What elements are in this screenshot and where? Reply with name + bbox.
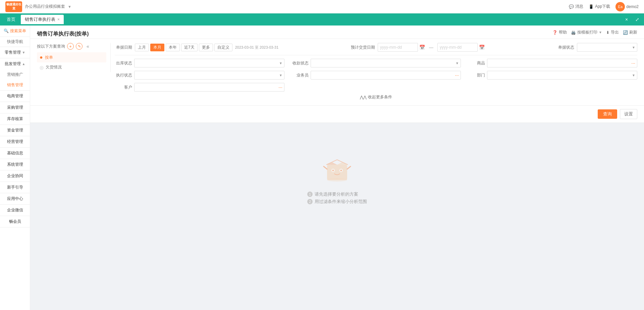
salesperson-more-icon[interactable]: ··· (455, 72, 459, 78)
header-title: 办公用品行业模拟账套 (25, 4, 65, 9)
filter-exec-status: 执行状态 ▼ (115, 71, 284, 80)
sidebar-section-wholesale-header[interactable]: 批发管理 ▲ (0, 58, 30, 69)
sidebar-item-operation[interactable]: 经营管理 (0, 136, 30, 147)
sidebar: 🔍 搜索菜单 快捷导航 零售管理 ▼ 批发管理 ▲ 营销推广 销售管理 (0, 25, 30, 310)
expected-date-end-group: 📅 (437, 43, 485, 52)
date-btn-last-month[interactable]: 上月 (135, 44, 149, 51)
date-label: 单据日期 (115, 45, 132, 50)
sidebar-item-enterprise[interactable]: 企业协同 (0, 170, 30, 182)
date-btn-last7[interactable]: 近7天 (181, 44, 198, 51)
filter-scheme-section: 按以下方案查询 + ✎ « ● 按单 ◎ 欠货情况 (37, 43, 111, 72)
setting-button[interactable]: 设置 (620, 109, 637, 119)
department-select[interactable] (487, 71, 637, 80)
sidebar-item-purchase[interactable]: 采购管理 (0, 102, 30, 113)
filter-goods: 商品 ··· (468, 59, 637, 67)
expected-date-end-input[interactable] (437, 43, 478, 52)
filter-payment-status: 收款状态 ▼ (291, 59, 461, 67)
date-btn-current-year[interactable]: 本年 (166, 44, 180, 51)
date-btn-more[interactable]: 更多 (199, 44, 213, 51)
sidebar-search[interactable]: 🔍 搜索菜单 (0, 25, 30, 37)
filter-delivery-status: 出库状态 ▼ (115, 59, 284, 67)
user-menu[interactable]: Ea demo2 (615, 2, 639, 11)
tab-bar-expand-button[interactable]: ⤢ (633, 15, 641, 23)
scheme-inactive-icon: ◎ (40, 65, 44, 70)
sidebar-item-newbie[interactable]: 新手引导 (0, 182, 30, 193)
goods-more-icon[interactable]: ··· (631, 60, 635, 66)
sidebar-item-quick-nav[interactable]: 快捷导航 (0, 37, 30, 47)
expected-date-start-input[interactable] (378, 43, 418, 52)
sidebar-item-basic[interactable]: 基础信息 (0, 148, 30, 159)
search-button[interactable]: 查询 (598, 109, 617, 119)
tab-close-icon[interactable]: × (57, 17, 60, 22)
goods-input-wrap: ··· (487, 59, 637, 67)
customer-more-icon[interactable]: ··· (278, 85, 282, 90)
avatar: Ea (615, 2, 625, 11)
exec-status-select[interactable] (134, 71, 284, 80)
payment-status-wrap: ▼ (311, 59, 461, 67)
sidebar-item-system[interactable]: 系统管理 (0, 159, 30, 170)
calendar-start-icon[interactable]: 📅 (419, 45, 425, 50)
scheme-item-按单[interactable]: ● 按单 (37, 52, 106, 62)
collapse-sidebar-button[interactable]: « (85, 43, 91, 50)
sidebar-item-ecommerce[interactable]: 电商管理 (0, 91, 30, 102)
exec-status-wrap: ▼ (134, 71, 284, 80)
filter-salesperson: 业务员 ··· (291, 71, 461, 80)
tab-bar-actions: × ⤢ (623, 15, 641, 23)
header-right: 💬 消息 📱 App下载 Ea demo2 (569, 2, 639, 11)
calendar-end-icon[interactable]: 📅 (479, 45, 485, 50)
page-actions: ❓ 帮助 🖨️ 按模板打印 ▼ ⬇ 导出 🔄 刷新 (552, 30, 637, 39)
edit-scheme-button[interactable]: ✎ (76, 43, 83, 50)
sidebar-item-marketing[interactable]: 营销推广 (0, 69, 30, 80)
sidebar-item-sales[interactable]: 销售管理 (0, 80, 30, 90)
refresh-icon: 🔄 (623, 30, 628, 35)
sidebar-item-inventory[interactable]: 库存核算 (0, 113, 30, 124)
tab-sales-order[interactable]: 销售订单执行表 × (21, 15, 64, 24)
sidebar-item-member[interactable]: 畅会员 (0, 216, 30, 227)
sidebar-section-inventory: 库存核算 (0, 113, 30, 125)
customer-input-wrap: ··· (134, 83, 284, 92)
tab-bar: 首页 销售订单执行表 × × ⤢ (0, 13, 644, 25)
print-icon: 🖨️ (571, 30, 576, 35)
salesperson-input[interactable] (311, 71, 461, 80)
sidebar-section-ecommerce: 电商管理 (0, 91, 30, 102)
header-title-arrow[interactable]: ▼ (68, 5, 71, 9)
empty-tips: 1 请先选择要分析的方案 2 用过滤条件来缩小分析范围 (307, 190, 367, 206)
sidebar-section-finance: 资金管理 (0, 125, 30, 136)
sidebar-section-retail-header[interactable]: 零售管理 ▼ (0, 47, 30, 58)
refresh-button[interactable]: 🔄 刷新 (623, 30, 637, 35)
filter-panel: 按以下方案查询 + ✎ « ● 按单 ◎ 欠货情况 单据日期 (30, 39, 644, 106)
payment-status-select[interactable] (311, 59, 461, 67)
date-btn-current-month[interactable]: 本月 (150, 44, 164, 51)
customer-input[interactable] (134, 83, 284, 92)
export-button[interactable]: ⬇ 导出 (606, 30, 619, 35)
tab-home[interactable]: 首页 (3, 15, 19, 24)
sidebar-item-appstore[interactable]: 应用中心 (0, 193, 30, 204)
sidebar-item-wechat[interactable]: 企业微信 (0, 205, 30, 216)
goods-input[interactable] (487, 59, 637, 67)
salesperson-label: 业务员 (291, 72, 309, 78)
message-icon: 💬 (569, 4, 574, 9)
add-scheme-button[interactable]: + (67, 43, 74, 50)
expected-date-start-group: 📅 (378, 43, 425, 52)
scheme-item-欠货情况[interactable]: ◎ 欠货情况 (37, 62, 106, 72)
retail-arrow-icon: ▼ (22, 51, 25, 54)
page-title: 销售订单执行表(按单) (37, 31, 89, 38)
logo[interactable]: 畅捷通好生意 (5, 1, 22, 12)
header-left: 畅捷通好生意 办公用品行业模拟账套 ▼ (5, 1, 71, 12)
sidebar-section-wholesale: 批发管理 ▲ 营销推广 销售管理 (0, 58, 30, 91)
sidebar-item-finance[interactable]: 资金管理 (0, 125, 30, 136)
print-button[interactable]: 🖨️ 按模板打印 ▼ (571, 30, 602, 35)
collapse-arrow-icon: ⋀⋀ (360, 95, 367, 100)
status-label: 单据状态 (557, 45, 574, 50)
collapse-more-button[interactable]: ⋀⋀ 收起更多条件 (115, 92, 637, 101)
svg-line-7 (347, 166, 351, 169)
delivery-status-select[interactable] (134, 59, 284, 67)
tab-bar-close-button[interactable]: × (623, 15, 631, 23)
empty-illustration (320, 150, 354, 183)
help-button[interactable]: ❓ 帮助 (552, 30, 567, 35)
sidebar-section-enterprise: 企业协同 (0, 170, 30, 182)
status-select[interactable] (577, 43, 637, 52)
app-download-button[interactable]: 📱 App下载 (589, 4, 610, 9)
message-button[interactable]: 💬 消息 (569, 4, 583, 9)
date-btn-custom[interactable]: 自定义 (214, 44, 232, 51)
